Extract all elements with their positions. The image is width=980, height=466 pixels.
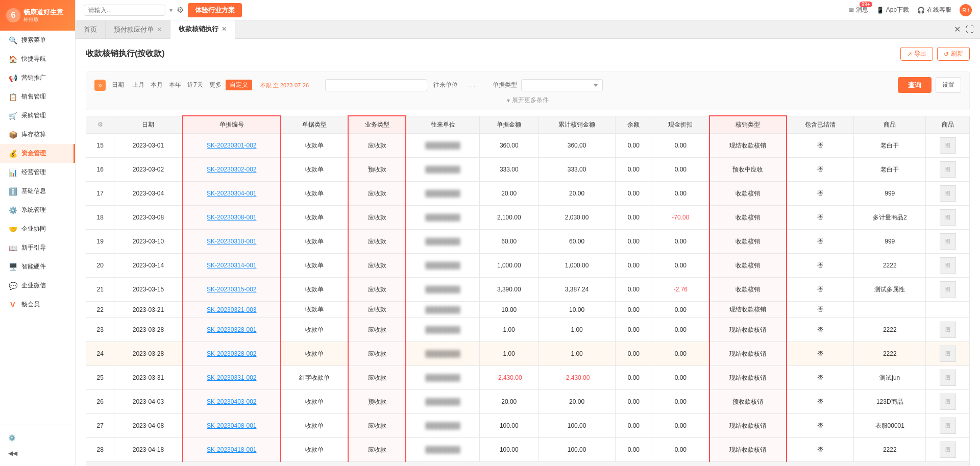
table-row: 17 2023-03-04 SK-20230304-001 收款单 应收款 ██…	[86, 182, 970, 206]
sidebar-item-wechat[interactable]: 💬 企业微信	[0, 276, 75, 295]
sidebar-item-operations[interactable]: 📊 经营管理	[0, 163, 75, 182]
industry-solution-button[interactable]: 体验行业方案	[188, 3, 242, 17]
dropdown-arrow-icon[interactable]: ▾	[169, 7, 173, 14]
cell-bill-type: 收款单	[281, 318, 348, 342]
close-tab-button[interactable]: ✕	[954, 24, 961, 34]
export-button[interactable]: ↗ 导出	[900, 47, 933, 61]
bill-no-link[interactable]: SK-20230328-001	[207, 326, 256, 333]
bill-no-link[interactable]: SK-20230321-003	[207, 306, 256, 313]
maximize-button[interactable]: ⛶	[966, 25, 974, 34]
last-7days-btn[interactable]: 近7天	[185, 80, 205, 90]
cell-included: 否	[787, 390, 853, 414]
cell-verified: 333.00	[538, 158, 615, 182]
partner-input[interactable]	[325, 79, 427, 91]
th-verified: 累计核销金额	[538, 116, 615, 134]
cell-balance: 0.00	[615, 390, 652, 414]
sidebar-item-enterprise[interactable]: 🤝 企业协同	[0, 219, 75, 238]
tab-prepay-close[interactable]: ✕	[157, 26, 162, 33]
cell-included: 否	[787, 254, 853, 278]
bill-no-link[interactable]: SK-20230328-002	[207, 350, 256, 357]
topbar-left: ▾ ⚙ 体验行业方案	[84, 3, 849, 17]
cell-included: 否	[787, 134, 853, 158]
topbar-gear-icon[interactable]: ⚙	[177, 5, 184, 15]
tab-prepay[interactable]: 预付款应付单 ✕	[106, 20, 170, 38]
topbar-search-input[interactable]	[84, 5, 165, 16]
cell-biz-type: 应收款	[348, 278, 406, 302]
sidebar-item-vip[interactable]: V 畅会员	[0, 295, 75, 314]
more-date-btn[interactable]: 更多	[207, 80, 224, 90]
messages-button[interactable]: ✉ 消息 99+	[849, 6, 868, 14]
sidebar-item-purchase[interactable]: 🛒 采购管理	[0, 106, 75, 125]
table-footer-row: 合计	[86, 462, 970, 467]
table-row: 16 2023-03-02 SK-20230302-002 收款单 预收款 ██…	[86, 158, 970, 182]
receipt-type-select[interactable]	[521, 79, 603, 91]
th-cancel-type: 核销类型	[709, 116, 787, 134]
sidebar-item-inventory[interactable]: 📦 库存核算	[0, 125, 75, 144]
sidebar-settings-btn[interactable]: ⚙️	[0, 430, 75, 446]
operations-icon: 📊	[8, 168, 17, 177]
settings-button[interactable]: 设置	[936, 77, 961, 93]
filter-expand-button[interactable]: »	[94, 80, 106, 91]
bill-no-link[interactable]: SK-20230331-002	[207, 374, 256, 381]
sidebar-item-sales[interactable]: 📋 销售管理	[0, 87, 75, 106]
export-icon: ↗	[907, 51, 912, 58]
table-row: 20 2023-03-14 SK-20230314-001 收款单 应收款 ██…	[86, 254, 970, 278]
this-month-btn[interactable]: 本月	[149, 80, 165, 90]
cell-verified: 1.00	[538, 318, 615, 342]
logo-icon: 6	[6, 8, 20, 22]
bill-no-link[interactable]: SK-20230310-001	[207, 238, 256, 245]
th-gear[interactable]: ⚙	[86, 116, 114, 134]
tab-collection[interactable]: 收款核销执行 ✕	[170, 20, 235, 39]
app-download-button[interactable]: 📱 App下载	[876, 6, 909, 14]
cell-included: 否	[787, 230, 853, 254]
cell-balance: 0.00	[615, 158, 652, 182]
cell-product: 测试多属性	[854, 278, 926, 302]
query-button[interactable]: 查询	[898, 77, 932, 93]
bill-no-link[interactable]: SK-20230301-002	[207, 142, 256, 149]
bill-no-link[interactable]: SK-20230418-001	[207, 446, 256, 453]
online-service-button[interactable]: 🎧 在线客服	[917, 6, 951, 14]
custom-date-btn[interactable]: 自定义	[226, 80, 252, 90]
cell-included: 否	[787, 414, 853, 438]
th-product: 商品	[854, 116, 926, 134]
cell-cancel-type: 预收款核销	[709, 390, 787, 414]
cell-verified: 10.00	[538, 302, 615, 318]
expand-more-button[interactable]: ▾ 展开更多条件	[507, 96, 549, 105]
cell-partner: ████████	[406, 158, 479, 182]
bill-no-link[interactable]: SK-20230403-002	[207, 398, 256, 405]
cell-included: 否	[787, 366, 853, 390]
table-row: 24 2023-03-28 SK-20230328-002 收款单 应收款 ██…	[86, 342, 970, 366]
bill-no-link[interactable]: SK-20230302-002	[207, 166, 256, 173]
cell-product-img: 图	[926, 366, 970, 390]
this-year-btn[interactable]: 本年	[167, 80, 183, 90]
sidebar-item-search[interactable]: 🔍 搜索菜单	[0, 31, 75, 50]
sidebar-item-quick-nav[interactable]: 🏠 快捷导航	[0, 50, 75, 68]
bill-no-link[interactable]: SK-20230315-002	[207, 286, 256, 293]
tab-home[interactable]: 首页	[76, 20, 106, 38]
cell-discount: 0.00	[652, 390, 709, 414]
cell-included: 否	[787, 302, 853, 318]
cell-date: 2023-04-18	[114, 438, 183, 462]
sidebar-item-guide[interactable]: 📖 新手引导	[0, 238, 75, 257]
user-avatar[interactable]: Rit	[960, 4, 972, 16]
sidebar-item-system[interactable]: ⚙️ 系统管理	[0, 201, 75, 219]
cell-discount: 0.00	[652, 366, 709, 390]
table-row: 21 2023-03-15 SK-20230315-002 收款单 应收款 ██…	[86, 278, 970, 302]
bill-no-link[interactable]: SK-20230408-001	[207, 422, 256, 429]
last-month-btn[interactable]: 上月	[130, 80, 146, 90]
cell-balance: 0.00	[615, 366, 652, 390]
tab-collection-close[interactable]: ✕	[222, 26, 227, 33]
sidebar-item-marketing[interactable]: 📢 营销推广	[0, 68, 75, 87]
sidebar-item-basic[interactable]: ℹ️ 基础信息	[0, 182, 75, 201]
sidebar-item-finance[interactable]: 💰 资金管理	[0, 144, 75, 163]
bill-no-link[interactable]: SK-20230304-001	[207, 190, 256, 197]
cell-product	[854, 302, 926, 318]
cell-bill-no: SK-20230304-001	[183, 182, 281, 206]
sidebar-collapse-btn[interactable]: ◀◀	[0, 446, 75, 461]
bill-no-link[interactable]: SK-20230308-001	[207, 214, 256, 221]
bill-no-link[interactable]: SK-20230314-001	[207, 262, 256, 269]
table-row: 18 2023-03-08 SK-20230308-001 收款单 应收款 ██…	[86, 206, 970, 230]
sidebar-item-hardware[interactable]: 🖥️ 智能硬件	[0, 257, 75, 276]
refresh-button[interactable]: ↺ 刷新	[937, 47, 970, 61]
cell-no: 19	[86, 230, 114, 254]
